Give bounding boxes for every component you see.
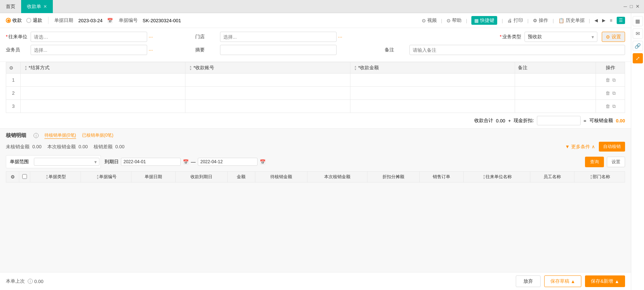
row-1-amount[interactable] <box>350 74 515 87</box>
receipt-radio[interactable]: 收款 <box>6 17 22 24</box>
select-all-checkbox[interactable] <box>22 174 27 179</box>
footer-info-icon[interactable]: i <box>28 279 33 284</box>
auto-recon-btn[interactable]: 自动核销 <box>599 142 625 152</box>
recon-right-actions: ▼ 更多条件 ∧ 自动核销 <box>565 142 625 152</box>
recon-tab-pending[interactable]: 待核销单据(0笔) <box>44 132 76 139</box>
next-icon[interactable]: ▶ <box>602 18 605 23</box>
unchecked-stat: 未核销金额 0.00 <box>6 144 42 150</box>
minimize-icon[interactable]: ─ <box>624 4 627 9</box>
memo-input[interactable] <box>220 45 337 55</box>
more-conditions-btn[interactable]: ▼ 更多条件 ∧ <box>565 144 595 150</box>
row-2-account[interactable] <box>185 87 350 100</box>
recon-settings-btn[interactable]: 设置 <box>607 157 625 167</box>
calc-available-label: 可核销金额 <box>589 117 613 124</box>
row-3-account[interactable] <box>185 100 350 113</box>
current-label: 本次核销金额 <box>47 144 76 149</box>
calc-row: 收款合计 0.00 + 现金折扣: = 可核销金额 0.00 <box>0 113 631 129</box>
due-date-start-input[interactable] <box>121 158 181 166</box>
row-2-settle[interactable] <box>21 87 185 100</box>
print-btn[interactable]: 🖨打印 <box>507 17 523 24</box>
tab-bar-actions: ─ □ ✕ <box>624 4 644 9</box>
sidebar-table-icon[interactable]: ▦ <box>633 16 643 26</box>
row-2-amount[interactable] <box>350 87 515 100</box>
scope-field: 单据范围 ▾ <box>6 155 101 168</box>
close-icon[interactable]: ✕ <box>636 4 640 9</box>
sidebar-link-icon[interactable]: 🔗 <box>633 41 643 51</box>
doc-date-calendar-icon[interactable]: 📅 <box>107 18 113 23</box>
save-new-label: 保存&新增 <box>591 278 613 285</box>
sidebar-expand-icon[interactable]: ⤢ <box>633 53 643 63</box>
form-area: 往来单位 ··· 门店 ··· 业务类型 预收款 ▾ <box>0 28 631 62</box>
help-btn[interactable]: ⊙帮助 <box>447 17 462 24</box>
maximize-icon[interactable]: □ <box>630 4 633 9</box>
staff-more-btn[interactable]: ··· <box>149 47 153 53</box>
help-icon: ⊙ <box>447 18 451 23</box>
history-icon: 📋 <box>558 18 564 23</box>
table-settings-icon[interactable]: ⚙ <box>9 65 13 71</box>
settings-btn[interactable]: ⚙ 设置 <box>602 32 625 42</box>
row-2-copy-icon[interactable]: ⧉ <box>612 90 616 96</box>
row-1-delete-icon[interactable]: 🗑 <box>605 77 610 83</box>
due-date-end-input[interactable] <box>198 158 258 166</box>
history-btn[interactable]: 📋历史单据 <box>558 17 585 24</box>
query-btn[interactable]: 查询 <box>585 157 604 167</box>
tab-home[interactable]: 首页 <box>0 0 21 13</box>
row-1-action: 🗑 ⧉ <box>596 74 625 87</box>
discard-btn[interactable]: 放弃 <box>516 275 541 287</box>
tab-home-label: 首页 <box>6 3 15 10</box>
shortcut-btn[interactable]: ▦快捷键 <box>471 16 497 25</box>
video-btn[interactable]: ⊙视频 <box>422 17 437 24</box>
action-btn[interactable]: ⚙操作 <box>533 17 548 24</box>
menu-icon[interactable]: ☰ <box>617 17 625 24</box>
list-icon[interactable]: ≡ <box>610 18 612 23</box>
prev-icon[interactable]: ◀ <box>594 18 598 23</box>
current-value: 0.00 <box>79 144 88 149</box>
refund-radio[interactable]: 退款 <box>26 17 42 24</box>
row-1-copy-icon[interactable]: ⧉ <box>612 77 616 83</box>
row-2-remark[interactable] <box>515 87 596 100</box>
staff-input[interactable] <box>31 45 147 55</box>
footer-actions: 放弃 保存草稿 ▲ 保存&新增 ▲ <box>516 275 625 287</box>
refund-radio-label: 退款 <box>33 17 42 24</box>
row-3-amount[interactable] <box>350 100 515 113</box>
cal-end-icon[interactable]: 📅 <box>260 159 266 165</box>
save-new-btn[interactable]: 保存&新增 ▲ <box>585 275 625 287</box>
row-1-settle[interactable] <box>21 74 185 87</box>
tab-receipt[interactable]: 收款单 ✕ <box>21 0 53 13</box>
calc-available-value: 0.00 <box>616 118 625 124</box>
row-3-settle[interactable] <box>21 100 185 113</box>
store-more-btn[interactable]: ··· <box>338 34 342 40</box>
row-1-account[interactable] <box>185 74 350 87</box>
receipt-type-radio-group: 收款 退款 <box>6 17 42 24</box>
scope-select-wrapper: ▾ <box>31 158 97 166</box>
counterpart-input[interactable] <box>31 32 147 42</box>
settings-btn-label: 设置 <box>612 34 621 40</box>
row-1-remark[interactable] <box>515 74 596 87</box>
sidebar-mail-icon[interactable]: ✉ <box>633 28 643 39</box>
cal-start-icon[interactable]: 📅 <box>183 159 189 165</box>
row-3-copy-icon[interactable]: ⧉ <box>612 103 616 109</box>
tab-receipt-close[interactable]: ✕ <box>43 4 47 9</box>
settle-header-label: *结算方式 <box>29 65 50 70</box>
recon-info-icon[interactable]: i <box>34 133 39 138</box>
bottom-settings-icon[interactable]: ⚙ <box>11 174 15 180</box>
row-2-delete-icon[interactable]: 🗑 <box>605 90 610 96</box>
row-3-delete-icon[interactable]: 🗑 <box>605 103 610 109</box>
staff-label: 业务员 <box>6 47 28 53</box>
shortcut-icon: ▦ <box>474 18 479 23</box>
receipt-radio-label: 收款 <box>12 17 22 24</box>
bottom-th-due-date: 收款到期日 <box>175 172 227 183</box>
reconciliation-section: 核销明细 i 待核销单据(0笔) 已核销单据(0笔) 未核销金额 0.00 本次… <box>0 129 631 272</box>
counterpart-more-btn[interactable]: ··· <box>149 34 153 40</box>
remark-input[interactable] <box>409 45 625 55</box>
table-row: 2 🗑 ⧉ <box>6 87 625 100</box>
save-draft-btn[interactable]: 保存草稿 ▲ <box>544 275 582 287</box>
calc-discount-input[interactable] <box>537 116 581 125</box>
row-3-remark[interactable] <box>515 100 596 113</box>
footer-prev-value: 0.00 <box>34 279 43 284</box>
biz-type-select[interactable]: 预收款 ▾ <box>525 32 597 42</box>
scope-select[interactable] <box>34 158 99 166</box>
save-new-arrow-icon: ▲ <box>614 279 619 284</box>
store-input[interactable] <box>220 32 337 42</box>
recon-tab-done[interactable]: 已核销单据(0笔) <box>82 132 114 139</box>
